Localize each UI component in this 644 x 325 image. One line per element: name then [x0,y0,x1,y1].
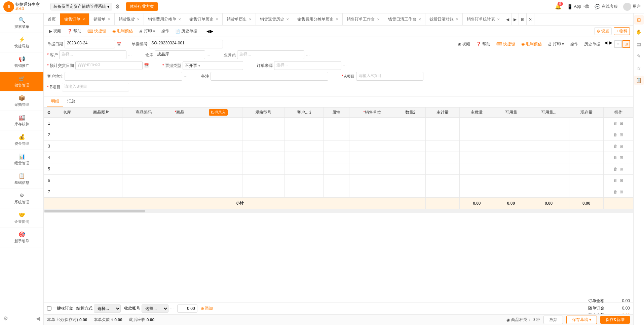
add-settlement-btn[interactable]: ⊕ 添加 [201,306,213,311]
one-click-settle-input[interactable] [47,306,51,311]
sidebar-settings-icon[interactable]: ⚙ [3,315,8,322]
help-btn[interactable]: ❓ 帮助 [65,28,83,35]
row4-copy-icon[interactable]: ⊞ [620,155,623,160]
tab-close-sales-expense[interactable]: ✕ [178,17,181,21]
operate-btn[interactable]: 操作 [159,28,171,35]
row4-image[interactable] [80,152,122,163]
row1-product[interactable] [165,118,194,129]
row7-stock[interactable] [569,186,604,198]
row7-attributes[interactable] [324,186,349,198]
row3-image[interactable] [80,140,122,152]
tab-cash-workbench[interactable]: 钱货日清工作台 ✕ [384,13,425,26]
view-btn[interactable]: ▶ 视频 [47,28,63,35]
payment-method-select[interactable]: 选择... [94,304,121,313]
tab-sales-return-history[interactable]: 销货退货历史 ✕ [256,13,293,26]
row4-main-qty[interactable] [460,152,494,163]
row1-main-unit[interactable] [425,118,460,129]
row7-warehouse[interactable] [54,186,80,198]
history-btn[interactable]: 📄 历史单据 [173,28,199,35]
customer-expand[interactable]: ··· [128,52,132,57]
shortcut-btn[interactable]: ⌨ 快捷键 [85,28,108,35]
row3-qty2[interactable] [395,140,426,152]
tab-close-cash-reconcile[interactable]: ✕ [456,17,458,21]
staff-input[interactable]: 选择... [237,50,304,59]
row4-main-unit[interactable] [425,152,460,163]
row6-image[interactable] [80,175,122,186]
list-view-btn[interactable]: ≡ [614,40,622,48]
row3-product[interactable] [165,140,194,152]
row6-spec[interactable] [242,175,285,186]
sidebar-item-basic[interactable]: 📋 基础信息 [0,169,43,189]
sidebar-item-system[interactable]: ⚙ 系统管理 [0,189,43,208]
row7-spec[interactable] [242,186,285,198]
sidebar-collapse-icon[interactable]: ◀ [36,315,40,322]
tab-close-sales-workbench[interactable]: ✕ [377,17,380,21]
row2-spec[interactable] [242,129,285,140]
system-title-selector[interactable]: 装备及固定资产辅助管理系统 ▾ [50,3,112,10]
row3-available1[interactable] [494,140,528,152]
tab-sales-return[interactable]: 销货退货 ✕ [115,13,144,26]
sidebar-item-inventory[interactable]: 🏭 库存核算 [0,111,43,130]
operate-action-btn[interactable]: 操作 [568,40,580,48]
row6-available1[interactable] [494,175,528,186]
row5-unit[interactable] [349,163,395,175]
tab-sales-workbench[interactable]: 销售订单工作台 ✕ [343,13,384,26]
bank-no-expand[interactable]: ··· [170,306,174,311]
row5-image[interactable] [80,163,122,175]
row7-available2[interactable] [528,186,569,198]
row5-scan[interactable] [194,163,242,175]
row4-product[interactable] [165,152,194,163]
row2-delete-icon[interactable]: 🗑 [613,132,617,137]
save-draft-btn[interactable]: 保存草稿 ▾ [566,316,597,324]
row2-stock[interactable] [569,129,604,140]
row2-warehouse[interactable] [54,129,80,140]
settings-panel-btn[interactable]: ⚙ 设置 [594,27,612,35]
scrollbar-thumb[interactable] [44,210,145,212]
row1-actions[interactable]: 🗑 ⊞ [604,118,633,129]
row6-stock[interactable] [569,175,604,186]
right-panel-fingerprint-icon[interactable]: ✋ [634,27,644,37]
tab-sales-expense-history[interactable]: 销售费用分摊单历史 ✕ [293,13,343,26]
row3-actions[interactable]: 🗑 ⊞ [604,140,633,152]
save-new-btn[interactable]: 保存&新增 [600,316,630,324]
col-settings[interactable]: ⚙ [44,108,54,118]
warehouse-input[interactable]: 成品库 [155,50,205,59]
industry-btn[interactable]: 体验行业方案 [126,2,158,11]
b-project-input[interactable]: 请输入B项目 [62,83,129,91]
row7-customer-code[interactable] [285,186,324,198]
row4-unit[interactable] [349,152,395,163]
sidebar-item-guide[interactable]: 🎯 新手引导 [0,228,43,247]
tab-close-sales-order-history[interactable]: ✕ [216,17,218,21]
calendar-icon[interactable]: 📅 [116,42,121,46]
staff-expand[interactable]: ··· [306,52,310,57]
row5-spec[interactable] [242,163,285,175]
row6-product[interactable] [165,175,194,186]
row1-qty2[interactable] [395,118,426,129]
row1-unit[interactable] [349,118,395,129]
row1-copy-icon[interactable]: ⊞ [620,121,623,126]
row3-stock[interactable] [569,140,604,152]
row4-code[interactable] [122,152,165,163]
row5-qty2[interactable] [395,163,426,175]
row4-available1[interactable] [494,152,528,163]
row6-main-qty[interactable] [460,175,494,186]
row1-warehouse[interactable] [54,118,80,129]
row5-available1[interactable] [494,163,528,175]
right-panel-star-icon[interactable]: ☆ [634,64,644,73]
customer-addr-expand[interactable]: ··· [184,74,188,79]
tab-close-sales-expense-history[interactable]: ✕ [336,17,338,21]
row1-available1[interactable] [494,118,528,129]
row2-customer-code[interactable] [285,129,324,140]
right-panel-clipboard-icon[interactable]: 📋 [634,76,644,85]
row1-attributes[interactable] [324,118,349,129]
tab-sales-invoice[interactable]: 销货单 ✕ [89,13,115,26]
row3-warehouse[interactable] [54,140,80,152]
row1-stock[interactable] [569,118,604,129]
row6-customer-code[interactable] [285,175,324,186]
row5-main-qty[interactable] [460,163,494,175]
warehouse-expand[interactable]: ··· [206,52,211,57]
row5-code[interactable] [122,163,165,175]
row7-actions[interactable]: 🗑 ⊞ [604,186,633,198]
tab-sales-order[interactable]: 销售订单 ✕ [60,13,89,26]
row5-delete-icon[interactable]: 🗑 [613,167,617,171]
